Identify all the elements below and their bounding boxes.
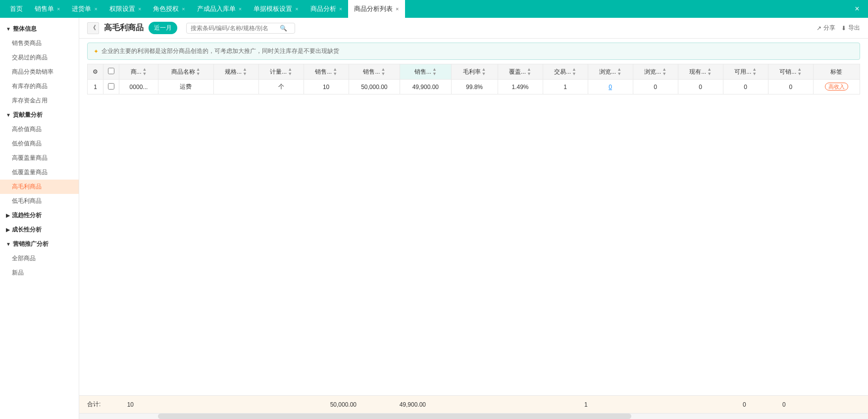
share-button[interactable]: ↗ 分享	[817, 24, 835, 32]
cell-checkbox[interactable]	[103, 80, 119, 94]
arrow-trend: ▶	[6, 213, 10, 218]
col-browse1[interactable]: 浏览... ▲▼	[588, 64, 633, 80]
col-code[interactable]: 商... ▲▼	[119, 64, 158, 80]
col-sales1[interactable]: 销售... ▲▼	[304, 64, 349, 80]
col-tag[interactable]: 标签	[813, 64, 860, 80]
sidebar-section-trend[interactable]: ▶ 流趋性分析	[0, 208, 79, 223]
sidebar-item-low-margin[interactable]: 低毛利商品	[0, 194, 79, 208]
col-spec[interactable]: 规格... ▲▼	[213, 64, 258, 80]
sidebar-item-sales-goods[interactable]: 销售类商品	[0, 36, 79, 50]
scrollbar-thumb[interactable]	[158, 414, 631, 419]
close-purchase-order[interactable]: ×	[94, 6, 97, 12]
cell-browse1[interactable]: 0	[588, 80, 633, 94]
col-available[interactable]: 可用... ▲▼	[723, 64, 768, 80]
sort-unit[interactable]: ▲▼	[288, 67, 292, 76]
close-template-settings[interactable]: ×	[295, 6, 298, 12]
arrow-overall: ▼	[6, 26, 11, 32]
sort-name[interactable]: ▲▼	[196, 67, 201, 76]
close-window-button[interactable]: ×	[850, 2, 864, 16]
sort-sales1[interactable]: ▲▼	[333, 67, 337, 76]
settings-col-header[interactable]: ⚙	[88, 64, 103, 80]
cell-saleable: 0	[768, 80, 813, 94]
nav-goods-analysis-list[interactable]: 商品分析列表 ×	[348, 0, 405, 18]
sidebar-item-stock-capital[interactable]: 库存资金占用	[0, 93, 79, 108]
sidebar-item-traded-goods[interactable]: 交易过的商品	[0, 50, 79, 65]
sort-sales3[interactable]: ▲▼	[432, 67, 437, 76]
sort-browse2[interactable]: ▲▼	[662, 67, 666, 76]
table-container[interactable]: ⚙ 商... ▲▼ 商品名称	[79, 64, 868, 395]
sidebar-section-contribution[interactable]: ▼ 贡献量分析	[0, 108, 79, 122]
nav-home[interactable]: 首页	[4, 0, 29, 18]
nav-product-stock[interactable]: 产成品入库单 ×	[191, 0, 248, 18]
footer-sales1: 10	[110, 401, 150, 408]
arrow-growth: ▶	[6, 227, 10, 233]
nav-sales-order[interactable]: 销售单 ×	[29, 0, 66, 18]
sidebar-item-category-ratio[interactable]: 商品分类助销率	[0, 65, 79, 79]
share-icon: ↗	[817, 25, 821, 32]
nav-goods-analysis[interactable]: 商品分析 ×	[305, 0, 348, 18]
sidebar-item-stock-goods[interactable]: 有库存的商品	[0, 79, 79, 93]
nav-template-settings[interactable]: 单据模板设置 ×	[248, 0, 304, 18]
filter-recent-month-button[interactable]: 近一月	[149, 22, 177, 34]
col-gross-rate[interactable]: 毛利率 ▲▼	[451, 64, 498, 80]
sidebar-section-overall[interactable]: ▼ 整体信息	[0, 22, 79, 36]
sort-gross-rate[interactable]: ▲▼	[482, 67, 486, 76]
select-all-checkbox[interactable]	[108, 68, 114, 74]
sort-sales2[interactable]: ▲▼	[381, 67, 385, 76]
export-button[interactable]: ⬇ 导出	[841, 24, 860, 32]
collapse-sidebar-button[interactable]: 《	[87, 22, 99, 34]
col-transactions[interactable]: 交易... ▲▼	[543, 64, 588, 80]
sidebar-item-high-margin[interactable]: 高毛利商品	[0, 180, 79, 194]
col-sales3[interactable]: 销售... ▲▼	[400, 64, 451, 80]
search-icon[interactable]: 🔍	[280, 25, 287, 32]
col-unit[interactable]: 计量... ▲▼	[258, 64, 304, 80]
search-box[interactable]: 🔍	[186, 23, 295, 34]
cell-tag: 高收入	[813, 80, 860, 94]
arrow-contribution: ▼	[6, 112, 11, 118]
col-sales2[interactable]: 销售... ▲▼	[349, 64, 400, 80]
sort-transactions[interactable]: ▲▼	[572, 67, 576, 76]
sort-browse1[interactable]: ▲▼	[617, 67, 621, 76]
sidebar-section-marketing[interactable]: ▼ 营销推广分析	[0, 237, 79, 251]
cell-spec	[213, 80, 258, 94]
col-saleable[interactable]: 可销... ▲▼	[768, 64, 813, 80]
tag-badge: 高收入	[825, 83, 848, 91]
search-input[interactable]	[191, 25, 280, 32]
nav-purchase-order[interactable]: 进货单 ×	[66, 0, 103, 18]
sidebar-item-new-goods[interactable]: 新品	[0, 266, 79, 280]
close-sales-order[interactable]: ×	[57, 6, 60, 12]
checkbox-col-header[interactable]	[103, 64, 119, 80]
close-permission-settings[interactable]: ×	[138, 6, 141, 12]
sort-code[interactable]: ▲▼	[143, 67, 147, 76]
close-product-stock[interactable]: ×	[239, 6, 242, 12]
nav-permission-settings[interactable]: 权限设置 ×	[103, 0, 147, 18]
col-current[interactable]: 现有... ▲▼	[678, 64, 723, 80]
col-browse2[interactable]: 浏览... ▲▼	[633, 64, 678, 80]
sidebar-item-low-coverage[interactable]: 低覆盖量商品	[0, 165, 79, 180]
cell-available: 0	[723, 80, 768, 94]
sidebar-item-high-coverage[interactable]: 高覆盖量商品	[0, 151, 79, 165]
sort-available[interactable]: ▲▼	[752, 67, 757, 76]
settings-icon[interactable]: ⚙	[93, 68, 98, 75]
cell-sales1: 10	[304, 80, 349, 94]
nav-role-auth[interactable]: 角色授权 ×	[147, 0, 191, 18]
sort-saleable[interactable]: ▲▼	[797, 67, 802, 76]
sort-spec[interactable]: ▲▼	[243, 67, 247, 76]
sidebar-item-high-value[interactable]: 高价值商品	[0, 122, 79, 137]
sidebar-item-all-goods[interactable]: 全部商品	[0, 251, 79, 266]
col-name[interactable]: 商品名称 ▲▼	[158, 64, 213, 80]
close-role-auth[interactable]: ×	[182, 6, 185, 12]
row-checkbox[interactable]	[108, 83, 114, 90]
close-goods-analysis[interactable]: ×	[339, 6, 342, 12]
horizontal-scrollbar[interactable]	[79, 413, 868, 419]
table-row: 1 0000... 运费 个 10 50,000.00 49,900.00 99…	[88, 80, 860, 94]
sort-coverage[interactable]: ▲▼	[527, 67, 531, 76]
sort-current[interactable]: ▲▼	[707, 67, 712, 76]
col-coverage[interactable]: 覆盖... ▲▼	[498, 64, 543, 80]
cell-gross-rate: 99.8%	[451, 80, 498, 94]
sidebar-item-low-value[interactable]: 低价值商品	[0, 137, 79, 151]
sidebar-section-growth[interactable]: ▶ 成长性分析	[0, 223, 79, 237]
footer-available: 0	[764, 401, 804, 408]
close-goods-analysis-list[interactable]: ×	[396, 6, 399, 12]
browse1-link[interactable]: 0	[609, 84, 612, 91]
